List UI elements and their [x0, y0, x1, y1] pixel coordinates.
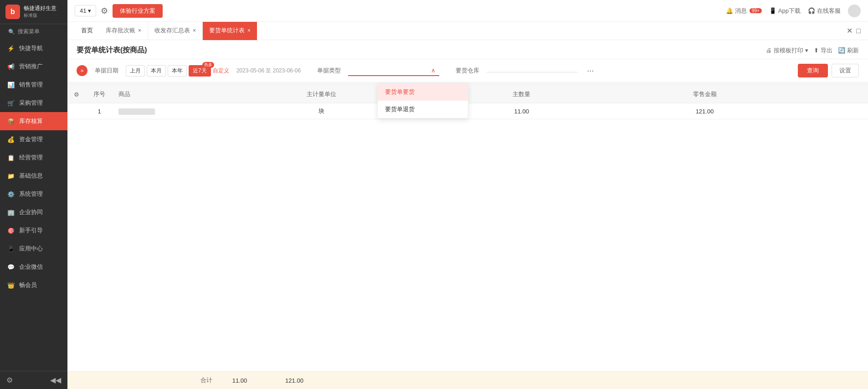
sidebar-item-system[interactable]: ⚙️ 系统管理 — [0, 185, 67, 203]
tab-inventory-batch-close[interactable]: × — [138, 27, 141, 34]
tab-order-stats[interactable]: 要货单统计表 × — [203, 22, 257, 40]
date-btn-7days[interactable]: 近7天 热多 — [189, 65, 211, 77]
avatar[interactable] — [848, 5, 861, 17]
sidebar-settings-icon[interactable]: ⚙ — [6, 376, 13, 384]
warehouse-input[interactable] — [487, 69, 578, 72]
filter-more-btn[interactable]: ··· — [587, 66, 594, 76]
tabs-end: ✕ □ — [847, 26, 861, 35]
type-dropdown-menu: 要货单要货 要货单退货 — [377, 83, 468, 118]
col-settings[interactable]: ⚙ — [67, 86, 86, 103]
sidebar-item-label: 系统管理 — [19, 190, 43, 198]
logo-sub: 标准版 — [24, 12, 56, 19]
purchase-icon: 🛒 — [6, 98, 15, 107]
col-settings-icon: ⚙ — [74, 91, 79, 98]
print-icon: 🖨 — [766, 47, 772, 54]
tab-order-stats-close[interactable]: × — [247, 27, 251, 34]
sidebar-bottom: ⚙ ◀◀ — [0, 371, 67, 389]
data-table-container: ⚙ 序号 商品 主计量单位 主数量 零售金额 1 — [67, 86, 868, 371]
sales-icon: 📊 — [6, 80, 15, 89]
type-select[interactable]: ∧ — [348, 66, 439, 76]
notifications-btn[interactable]: 🔔 消息 99+ — [726, 7, 762, 15]
col-index: 序号 — [86, 86, 113, 103]
row-settings — [67, 103, 86, 119]
sidebar-collapse-icon[interactable]: ◀◀ — [50, 376, 61, 384]
store-selector[interactable]: 41 ▾ — [75, 5, 96, 16]
sidebar-search-label: 搜索菜单 — [18, 28, 40, 36]
tab-order-stats-label: 要货单统计表 — [209, 26, 245, 35]
filter-actions: 查询 设置 — [798, 64, 859, 77]
filter-expand-btn[interactable]: » — [77, 65, 87, 76]
dropdown-item-order-goods[interactable]: 要货单要货 — [378, 83, 468, 101]
sidebar-item-label: 销售管理 — [19, 81, 43, 89]
filter-bar: » 单据日期 上月 本月 本年 近7天 热多 自定义 2023-05-06 至 … — [67, 59, 868, 82]
refresh-btn[interactable]: 🔄 刷新 — [838, 46, 859, 55]
tab-receive-send-close[interactable]: × — [193, 27, 196, 34]
sidebar-item-appstore[interactable]: 📱 应用中心 — [0, 240, 67, 258]
type-input[interactable] — [352, 67, 429, 74]
industry-btn[interactable]: 体验行业方案 — [113, 4, 163, 18]
app-download-label: App下载 — [778, 7, 801, 15]
sidebar-item-enterprise[interactable]: 🏢 企业协同 — [0, 203, 67, 221]
topbar: 41 ▾ ⚙ 体验行业方案 🔔 消息 99+ 📱 App下载 🎧 在线客服 — [67, 0, 868, 22]
date-btn-this-year[interactable]: 本年 — [168, 65, 187, 77]
sidebar-item-label: 资金管理 — [19, 135, 43, 143]
sidebar-item-sales[interactable]: 📊 销售管理 — [0, 76, 67, 94]
inventory-icon: 📦 — [6, 117, 15, 126]
date-custom-btn[interactable]: 自定义 — [213, 67, 229, 75]
product-name-placeholder — [118, 108, 155, 115]
sidebar-item-basic[interactable]: 📁 基础信息 — [0, 167, 67, 185]
sidebar-item-quick-nav[interactable]: ⚡ 快捷导航 — [0, 39, 67, 57]
date-btn-last-month[interactable]: 上月 — [126, 65, 145, 77]
online-service-label: 在线客服 — [817, 7, 841, 15]
filter-settings-btn[interactable]: 设置 — [832, 64, 859, 77]
online-service-btn[interactable]: 🎧 在线客服 — [808, 7, 841, 15]
close-all-btn[interactable]: ✕ — [847, 26, 853, 35]
sidebar-item-finance[interactable]: 💰 资金管理 — [0, 130, 67, 148]
sidebar-item-marketing[interactable]: 📢 营销推广 — [0, 57, 67, 76]
table-footer: 合计 11.00 121.00 — [67, 371, 868, 389]
logo-icon: b — [5, 5, 20, 19]
row-index: 1 — [86, 103, 113, 119]
appstore-icon: 📱 — [6, 244, 15, 253]
print-btn[interactable]: 🖨 按模板打印 ▾ — [766, 46, 808, 55]
logo-title: 畅捷通好生意 — [24, 5, 56, 12]
expand-icon: » — [81, 67, 84, 74]
sidebar-item-purchase[interactable]: 🛒 采购管理 — [0, 94, 67, 112]
topbar-settings-icon[interactable]: ⚙ — [101, 6, 108, 16]
tab-receive-send[interactable]: 收发存汇总表 × — [148, 22, 203, 40]
search-icon: 🔍 — [8, 29, 15, 35]
sidebar-search[interactable]: 🔍 搜索菜单 — [0, 24, 67, 39]
date-filter-group: 上月 本月 本年 近7天 热多 自定义 — [126, 65, 229, 77]
sidebar-item-label: 新手引导 — [19, 226, 43, 235]
app-download-btn[interactable]: 📱 App下载 — [769, 7, 801, 15]
sidebar-item-label: 企业微信 — [19, 263, 43, 271]
sidebar-item-label: 快捷导航 — [19, 44, 43, 52]
page-content: 要货单统计表(按商品) 🖨 按模板打印 ▾ ⬆ 导出 🔄 刷新 — [67, 40, 868, 389]
sidebar-item-guide[interactable]: 🎯 新手引导 — [0, 221, 67, 240]
dropdown-item-order-return[interactable]: 要货单退货 — [378, 101, 468, 118]
system-icon: ⚙️ — [6, 189, 15, 199]
sidebar-item-operations[interactable]: 📋 经营管理 — [0, 148, 67, 167]
date-btn-this-month[interactable]: 本月 — [147, 65, 166, 77]
dropdown-item-label: 要货单要货 — [385, 88, 415, 95]
query-btn[interactable]: 查询 — [798, 64, 828, 77]
tab-inventory-batch[interactable]: 库存批次账 × — [99, 22, 148, 40]
basic-icon: 📁 — [6, 171, 15, 180]
hot-badge: 热多 — [202, 62, 214, 68]
sidebar-item-weixin[interactable]: 💬 企业微信 — [0, 258, 67, 276]
type-dropdown-arrow[interactable]: ∧ — [431, 67, 436, 74]
sidebar-item-member[interactable]: 👑 畅会员 — [0, 276, 67, 294]
sidebar-nav: ⚡ 快捷导航 📢 营销推广 📊 销售管理 🛒 采购管理 📦 库存核算 💰 资金管… — [0, 39, 67, 371]
tab-home[interactable]: 首页 — [75, 22, 99, 40]
sidebar-item-inventory[interactable]: 📦 库存核算 — [0, 112, 67, 130]
page-actions: 🖨 按模板打印 ▾ ⬆ 导出 🔄 刷新 — [766, 46, 859, 55]
export-label: 导出 — [821, 46, 832, 55]
type-filter-label: 单据类型 — [317, 67, 341, 75]
restore-btn[interactable]: □ — [856, 27, 861, 35]
topbar-right: 🔔 消息 99+ 📱 App下载 🎧 在线客服 — [726, 5, 861, 17]
row-extra — [805, 103, 868, 119]
warehouse-filter-label: 要货仓库 — [456, 67, 479, 75]
sidebar-item-label: 应用中心 — [19, 245, 43, 253]
export-btn[interactable]: ⬆ 导出 — [814, 46, 832, 55]
selector-arrow-icon: ▾ — [88, 7, 91, 14]
